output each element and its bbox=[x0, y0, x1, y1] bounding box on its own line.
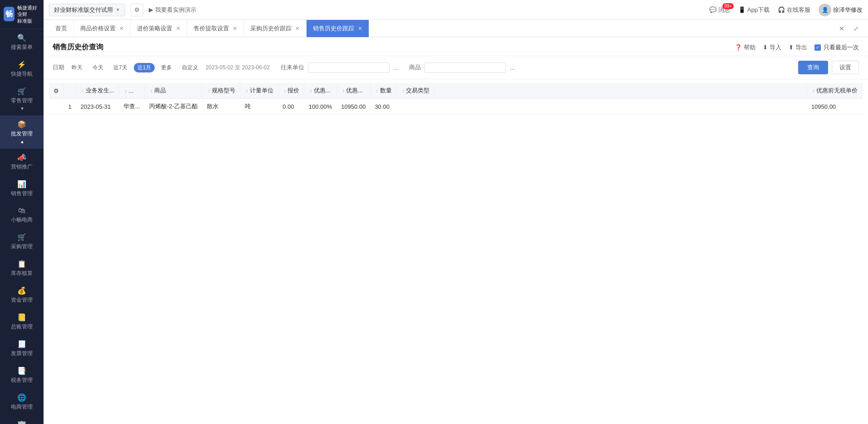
avatar: 👤 bbox=[819, 4, 831, 16]
logo-text: 畅捷通好业财 标准版 bbox=[17, 5, 40, 24]
date-opt-today[interactable]: 今天 bbox=[89, 63, 107, 72]
sidebar-item-marketing[interactable]: 📣 营销推广 bbox=[0, 149, 44, 175]
col-gear[interactable]: ⚙ bbox=[49, 83, 64, 99]
from-unit-input[interactable] bbox=[308, 63, 390, 73]
message-button[interactable]: 💬 消息 99+ bbox=[709, 6, 730, 14]
from-unit-filter-group: 往来单位 ... bbox=[281, 63, 399, 73]
tab-home[interactable]: 首页 bbox=[49, 20, 74, 37]
sidebar-item-ledger[interactable]: 📒 总账管理 bbox=[0, 308, 44, 335]
tab-close-icon[interactable]: ✕ bbox=[119, 25, 124, 32]
col-pretax-price[interactable]: ↕ 优惠前无税单价 bbox=[807, 83, 863, 99]
gear-icon: ⚙ bbox=[134, 6, 140, 13]
date-options: 昨天 今天 近7天 近1月 更多 自定义 bbox=[68, 63, 202, 72]
tab-label: 销售历史价跟踪 bbox=[313, 24, 354, 33]
help-button[interactable]: ❓ 帮助 bbox=[735, 43, 756, 52]
tab-close-icon[interactable]: ✕ bbox=[295, 25, 300, 32]
app-download-button[interactable]: 📱 App下载 bbox=[738, 6, 770, 14]
tab-sale-extract[interactable]: 售价提取设置 ✕ bbox=[187, 20, 244, 37]
row-discount-amt-cell: 10950.00 bbox=[336, 99, 370, 115]
sidebar-item-label: 营销推广 bbox=[11, 163, 33, 171]
tab-close-icon[interactable]: ✕ bbox=[358, 25, 362, 32]
sidebar-item-label: 资金管理 bbox=[11, 296, 33, 304]
sidebar-item-tax[interactable]: 📑 税务管理 bbox=[0, 362, 44, 389]
chevron-down-icon: ▼ bbox=[20, 106, 24, 111]
import-button[interactable]: ⬇ 导入 bbox=[763, 43, 781, 52]
col-discount-pct[interactable]: ↕ 优惠... bbox=[304, 83, 336, 99]
help-icon: ❓ bbox=[735, 44, 742, 51]
date-filter-group: 日期 昨天 今天 近7天 近1月 更多 自定义 2023-05-02 至 202… bbox=[53, 63, 270, 72]
sidebar-item-assets[interactable]: 🏢 固定资产 bbox=[0, 415, 44, 424]
settings-button[interactable]: 设置 bbox=[832, 61, 859, 74]
demo-button[interactable]: ▶ 我要看实例演示 bbox=[149, 6, 196, 14]
table-header-row: ⚙ ↕ 业务发生... ↕ ... ↕ 商品 bbox=[49, 83, 863, 99]
col-unit[interactable]: ↕ 计量单位 bbox=[240, 83, 278, 99]
col-quantity[interactable]: ↕ 数量 bbox=[370, 83, 396, 99]
row-product-cell: 丙烯酸-2-乙基己酯 bbox=[145, 99, 202, 115]
col-product[interactable]: ↕ 商品 bbox=[145, 83, 202, 99]
sidebar-item-ecommerce[interactable]: 🌐 电商管理 bbox=[0, 389, 44, 415]
sidebar: 畅 畅捷通好业财 标准版 🔍 搜索菜单 ⚡ 快捷导航 🛒 零售管理 ▼ 📦 批发… bbox=[0, 0, 44, 424]
from-unit-dots[interactable]: ... bbox=[393, 64, 399, 71]
sidebar-item-search[interactable]: 🔍 搜索菜单 bbox=[0, 29, 44, 56]
only-last-label: 只看最后一次 bbox=[824, 43, 859, 52]
col-biz-date[interactable]: ↕ 业务发生... bbox=[76, 83, 119, 99]
date-opt-last1month[interactable]: 近1月 bbox=[134, 63, 155, 72]
sidebar-item-retail[interactable]: 🛒 零售管理 ▼ bbox=[0, 82, 44, 116]
row-discount-pct-cell: 100.00% bbox=[304, 99, 336, 115]
user-menu[interactable]: 👤 徐泽华修改 bbox=[819, 4, 863, 16]
only-last-checkbox[interactable]: ✓ 只看最后一次 bbox=[814, 43, 859, 52]
sidebar-item-invoice[interactable]: 🧾 发票管理 bbox=[0, 335, 44, 362]
play-icon: ▶ bbox=[149, 6, 153, 13]
row-biz-date-cell: 2023-05-31 bbox=[76, 99, 119, 115]
tab-price-settings[interactable]: 商品价格设置 ✕ bbox=[74, 20, 131, 37]
date-range-display: 2023-05-02 至 2023-06-02 bbox=[205, 64, 269, 72]
date-opt-last7days[interactable]: 近7天 bbox=[110, 63, 131, 72]
col-quote[interactable]: ↕ 报价 bbox=[278, 83, 304, 99]
col-trade-type[interactable]: ↕ 交易类型 bbox=[396, 83, 434, 99]
purchase-icon: 🛒 bbox=[17, 233, 26, 241]
col-sort-icon: ↕ bbox=[310, 88, 312, 93]
sidebar-item-sales[interactable]: 📊 销售管理 bbox=[0, 175, 44, 202]
sidebar-item-ecommerce-small[interactable]: 🛍 小畅电商 bbox=[0, 202, 44, 228]
from-unit-label: 往来单位 bbox=[281, 63, 304, 72]
col-sort-icon: ↕ bbox=[284, 88, 286, 93]
row-num-cell: 1 bbox=[64, 99, 76, 115]
sidebar-item-quicknav[interactable]: ⚡ 快捷导航 bbox=[0, 56, 44, 82]
sidebar-item-finance[interactable]: 💰 资金管理 bbox=[0, 282, 44, 308]
tab-price-strategy[interactable]: 进价策略设置 ✕ bbox=[131, 20, 187, 37]
tab-purchase-history[interactable]: 采购历史价跟踪 ✕ bbox=[244, 20, 307, 37]
col-spec[interactable]: ↕ 规格型号 bbox=[202, 83, 240, 99]
marketing-icon: 📣 bbox=[17, 153, 26, 162]
version-label: 好业财标准版交付试用 bbox=[54, 6, 113, 14]
online-service-button[interactable]: 🎧 在线客服 bbox=[778, 6, 810, 14]
sidebar-item-label: 小畅电商 bbox=[11, 216, 33, 224]
product-dots[interactable]: ... bbox=[510, 64, 515, 71]
row-trade-type-cell bbox=[396, 99, 434, 115]
date-opt-custom[interactable]: 自定义 bbox=[178, 63, 202, 72]
query-button[interactable]: 查询 bbox=[798, 61, 828, 74]
export-button[interactable]: ⬆ 导出 bbox=[789, 43, 807, 52]
tab-close-all-button[interactable]: ✕ bbox=[835, 22, 848, 35]
version-selector[interactable]: 好业财标准版交付试用 ▼ bbox=[49, 4, 125, 16]
ecommerce-small-icon: 🛍 bbox=[18, 207, 25, 215]
tab-sales-history[interactable]: 销售历史价跟踪 ✕ bbox=[307, 20, 369, 37]
tab-bar-controls: ✕ ⤢ bbox=[835, 22, 863, 35]
tab-close-icon[interactable]: ✕ bbox=[176, 25, 180, 32]
tab-maximize-button[interactable]: ⤢ bbox=[850, 22, 863, 35]
row-quote-cell: 0.00 bbox=[278, 99, 304, 115]
row-unit-cell: 吨 bbox=[240, 99, 278, 115]
sidebar-item-purchase[interactable]: 🛒 采购管理 bbox=[0, 228, 44, 255]
sidebar-item-inventory[interactable]: 📋 库存核算 bbox=[0, 255, 44, 282]
product-input[interactable] bbox=[424, 63, 506, 73]
topbar-gear-button[interactable]: ⚙ bbox=[131, 4, 143, 16]
page-area: 销售历史价查询 ❓ 帮助 ⬇ 导入 ⬆ 导出 ✓ 只看最后一次 bbox=[44, 37, 868, 424]
mobile-icon: 📱 bbox=[738, 6, 746, 13]
date-opt-yesterday[interactable]: 昨天 bbox=[68, 63, 86, 72]
col-discount-amt[interactable]: ↕ 优惠... bbox=[336, 83, 370, 99]
tab-close-icon[interactable]: ✕ bbox=[233, 25, 237, 32]
col-sort-icon: ↕ bbox=[125, 89, 127, 94]
col-more[interactable]: ↕ ... bbox=[119, 83, 145, 99]
sidebar-item-wholesale[interactable]: 📦 批发管理 ▲ bbox=[0, 116, 44, 149]
tax-icon: 📑 bbox=[17, 366, 26, 375]
date-opt-more[interactable]: 更多 bbox=[157, 63, 176, 72]
